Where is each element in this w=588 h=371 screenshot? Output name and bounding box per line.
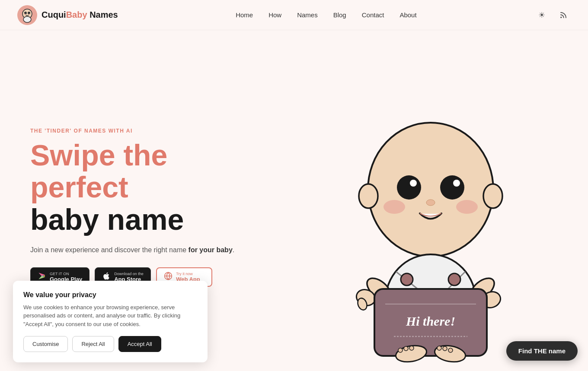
svg-point-4 (24, 13, 26, 15)
reject-all-button[interactable]: Reject All (72, 336, 114, 352)
svg-point-21 (363, 274, 394, 304)
cookie-text: We use cookies to enhance your browsing … (23, 303, 197, 329)
cookie-buttons: Customise Reject All Accept All (23, 336, 197, 352)
svg-point-22 (354, 287, 377, 308)
svg-point-13 (397, 175, 421, 200)
svg-line-27 (448, 272, 465, 289)
cookie-title: We value your privacy (23, 291, 197, 299)
web-app-label-top: Try it now (176, 272, 200, 276)
svg-rect-30 (374, 289, 487, 356)
logo-icon (17, 5, 37, 25)
svg-point-19 (426, 200, 435, 206)
svg-point-11 (359, 184, 378, 208)
svg-point-35 (433, 343, 467, 364)
nav-icons: ☀ (534, 8, 571, 22)
svg-point-24 (479, 289, 503, 311)
svg-point-29 (448, 273, 460, 285)
svg-point-18 (456, 200, 478, 214)
svg-point-20 (385, 254, 476, 349)
svg-point-12 (483, 184, 502, 208)
svg-point-7 (561, 17, 562, 18)
svg-point-5 (29, 13, 31, 15)
accept-all-button[interactable]: Accept All (118, 336, 161, 352)
svg-text:Hi there!: Hi there! (406, 314, 455, 328)
nav-links: Home How Names Blog Contact About (236, 11, 416, 19)
svg-point-16 (453, 180, 460, 187)
svg-point-39 (437, 346, 441, 350)
hero-title-line2: baby name (30, 203, 264, 236)
nav-item-names[interactable]: Names (297, 11, 318, 19)
svg-line-26 (396, 272, 418, 289)
find-name-button[interactable]: Find THE name (506, 341, 578, 361)
navbar: CuquiBaby Names Home How Names Blog Cont… (0, 0, 588, 30)
hero-title-line1: Swipe the perfect (30, 139, 264, 204)
baby-illustration: Hi there! (318, 120, 534, 371)
hero-tag: THE 'TINDER' OF NAMES WITH AI (30, 128, 264, 134)
svg-point-37 (404, 346, 408, 351)
hero-content: THE 'TINDER' OF NAMES WITH AI Swipe the … (30, 119, 264, 300)
nav-item-about[interactable]: About (399, 11, 416, 19)
svg-point-38 (409, 346, 414, 350)
svg-point-36 (398, 348, 403, 352)
hero-image-area: Hi there! (265, 30, 588, 371)
svg-point-40 (443, 346, 447, 351)
svg-point-14 (440, 175, 464, 200)
hero-title: Swipe the perfect baby name (30, 139, 264, 236)
theme-toggle-button[interactable]: ☀ (534, 8, 549, 22)
nav-item-home[interactable]: Home (236, 11, 253, 19)
nav-item-contact[interactable]: Contact (362, 11, 384, 19)
svg-point-25 (356, 297, 368, 311)
nav-item-how[interactable]: How (268, 11, 281, 19)
svg-point-34 (394, 343, 428, 364)
rss-button[interactable] (556, 8, 571, 22)
svg-point-41 (448, 348, 453, 352)
rss-icon (559, 11, 567, 19)
sun-icon: ☀ (538, 10, 545, 20)
google-play-label-top: GET IT ON (50, 272, 82, 276)
svg-point-28 (401, 273, 413, 285)
svg-point-10 (368, 123, 493, 257)
svg-point-17 (383, 200, 405, 214)
customise-button[interactable]: Customise (23, 336, 68, 352)
hero-subtitle: Join a new experience and discover the r… (30, 244, 264, 256)
logo-text: CuquiBaby Names (42, 10, 118, 20)
svg-point-23 (467, 274, 498, 304)
svg-point-15 (410, 180, 417, 187)
nav-item-blog[interactable]: Blog (333, 11, 346, 19)
app-store-label-top: Download on the (114, 272, 144, 276)
cookie-banner: We value your privacy We use cookies to … (13, 281, 208, 363)
svg-point-6 (23, 16, 31, 22)
logo[interactable]: CuquiBaby Names (17, 5, 118, 25)
